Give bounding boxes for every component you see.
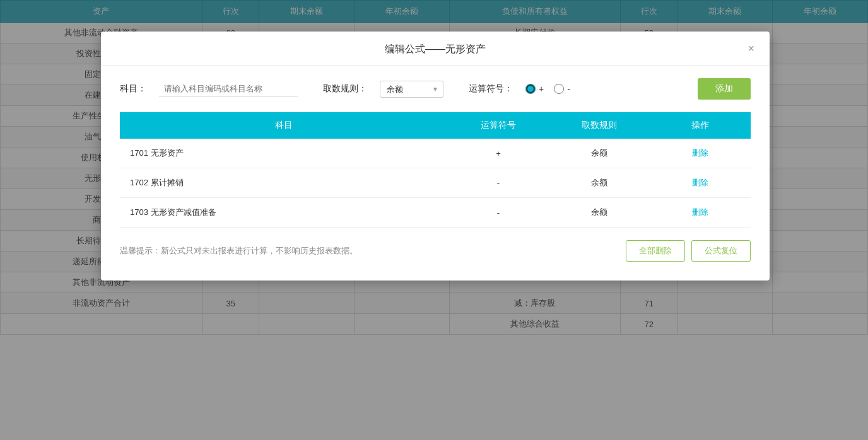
subject-cell: 1703 无形资产减值准备 <box>120 198 448 228</box>
delete-all-button[interactable]: 全部删除 <box>626 240 685 262</box>
rule-cell: 余额 <box>549 168 650 198</box>
rule-cell: 余额 <box>549 198 650 228</box>
modal-header: 编辑公式——无形资产 × <box>101 32 770 66</box>
form-row: 科目： 取数规则： 余额 借方 贷方 借方发生额 贷方发生额 运算符号： + -… <box>101 66 770 112</box>
action-cell: 删除 <box>650 168 751 198</box>
operator-minus-radio[interactable]: - <box>554 84 570 94</box>
rule-select-wrapper[interactable]: 余额 借方 贷方 借方发生额 贷方发生额 <box>380 81 443 98</box>
col-header-rule: 取数规则 <box>549 112 650 139</box>
modal-close-button[interactable]: × <box>744 40 758 57</box>
delete-row-button[interactable]: 删除 <box>692 148 708 158</box>
operator-plus-input[interactable] <box>525 84 536 94</box>
reset-formula-button[interactable]: 公式复位 <box>691 240 751 262</box>
modal-title: 编辑公式——无形资产 <box>385 43 486 56</box>
operator-plus-radio[interactable]: + <box>525 84 544 94</box>
data-table-wrapper: 科目 运算符号 取数规则 操作 1701 无形资产+余额删除1702 累计摊销-… <box>101 112 770 228</box>
action-cell: 删除 <box>650 139 751 168</box>
delete-row-button[interactable]: 删除 <box>692 178 708 187</box>
table-row: 1701 无形资产+余额删除 <box>120 139 751 168</box>
col-header-subject: 科目 <box>120 112 448 139</box>
table-row: 1703 无形资产减值准备-余额删除 <box>120 198 751 228</box>
action-cell: 删除 <box>650 198 751 228</box>
data-table: 科目 运算符号 取数规则 操作 1701 无形资产+余额删除1702 累计摊销-… <box>120 112 751 228</box>
subject-cell: 1701 无形资产 <box>120 139 448 168</box>
operator-minus-label: - <box>567 84 570 94</box>
modal-footer: 温馨提示：新公式只对未出报表进行计算，不影响历史报表数据。 全部删除 公式复位 <box>101 228 770 262</box>
delete-row-button[interactable]: 删除 <box>692 207 708 217</box>
rule-label: 取数规则： <box>323 83 367 95</box>
rule-cell: 余额 <box>549 139 650 168</box>
subject-label: 科目： <box>120 83 146 95</box>
footer-buttons: 全部删除 公式复位 <box>626 240 751 262</box>
col-header-action: 操作 <box>650 112 751 139</box>
operator-label: 运算符号： <box>469 83 513 95</box>
operator-cell: + <box>448 139 549 168</box>
operator-cell: - <box>448 168 549 198</box>
subject-input[interactable] <box>159 81 298 96</box>
operator-cell: - <box>448 198 549 228</box>
subject-cell: 1702 累计摊销 <box>120 168 448 198</box>
operator-minus-input[interactable] <box>554 84 564 94</box>
rule-select[interactable]: 余额 借方 贷方 借方发生额 贷方发生额 <box>380 81 443 98</box>
add-button[interactable]: 添加 <box>698 78 751 100</box>
modal-dialog: 编辑公式——无形资产 × 科目： 取数规则： 余额 借方 贷方 借方发生额 贷方… <box>101 32 770 281</box>
operator-radio-group: + - <box>525 84 570 94</box>
table-row: 1702 累计摊销-余额删除 <box>120 168 751 198</box>
table-header-row: 科目 运算符号 取数规则 操作 <box>120 112 751 139</box>
footer-tip: 温馨提示：新公式只对未出报表进行计算，不影响历史报表数据。 <box>120 245 358 257</box>
table-body: 1701 无形资产+余额删除1702 累计摊销-余额删除1703 无形资产减值准… <box>120 139 751 228</box>
col-header-operator: 运算符号 <box>448 112 549 139</box>
operator-plus-label: + <box>539 84 544 94</box>
